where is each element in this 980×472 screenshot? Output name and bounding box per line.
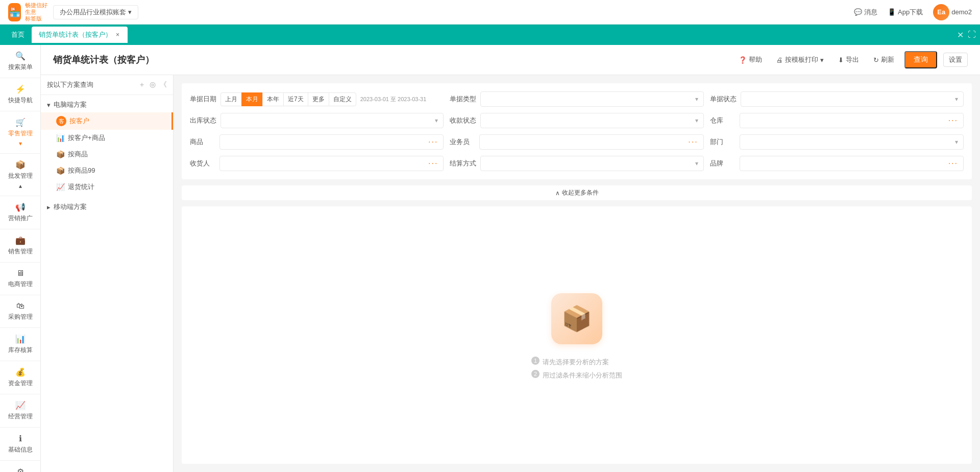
brand-control[interactable]: ··· bbox=[740, 156, 964, 171]
filter-salesperson: 业务员 ··· bbox=[450, 134, 703, 150]
industry-selector[interactable]: 办公用品行业模拟账套 ▾ bbox=[53, 5, 138, 19]
date-tab-this-month[interactable]: 本月 bbox=[241, 92, 262, 106]
sidebar-item-wholesale[interactable]: 📦 批发管理 ▴ bbox=[0, 154, 40, 196]
search-icon: 🔍 bbox=[15, 51, 26, 61]
tree-child-return[interactable]: 📈 退货统计 bbox=[41, 179, 173, 195]
sidebar-item-quicknav[interactable]: ⚡ 快捷导航 bbox=[0, 78, 40, 111]
chevron-down-icon: ▾ bbox=[128, 8, 132, 16]
collapse-panel-button[interactable]: 《 bbox=[160, 80, 167, 89]
logo-icon: 🏪 bbox=[8, 3, 21, 21]
empty-tip-2: 2 用过滤条件来缩小分析范围 bbox=[531, 369, 622, 382]
tree-child-goods[interactable]: 📦 按商品 bbox=[41, 146, 173, 162]
date-tab-more[interactable]: 更多 bbox=[308, 92, 329, 106]
stock-out-control[interactable]: ▾ bbox=[220, 113, 444, 128]
tree-mobile-parent[interactable]: ▸ 移动端方案 bbox=[41, 199, 173, 215]
chevron-up-icon: ▴ bbox=[19, 182, 22, 190]
salesperson-control[interactable]: ··· bbox=[479, 134, 703, 150]
query-button[interactable]: 查询 bbox=[904, 51, 937, 68]
export-button[interactable]: ⬇ 导出 bbox=[834, 53, 863, 66]
app-download-button[interactable]: 📱 App下载 bbox=[888, 8, 923, 17]
date-tab-this-year[interactable]: 本年 bbox=[262, 92, 283, 106]
help-button[interactable]: ❓ 帮助 bbox=[734, 53, 766, 66]
empty-tips: 1 请先选择要分析的方案 2 用过滤条件来缩小分析范围 bbox=[531, 356, 622, 382]
expand-icon: ▾ bbox=[47, 101, 51, 109]
sidebar-item-inventory[interactable]: 📊 库存核算 bbox=[0, 328, 40, 361]
tab-close-button[interactable]: × bbox=[115, 30, 120, 39]
edit-scheme-button[interactable]: ◎ bbox=[150, 80, 156, 89]
tab-bar-actions: ✕ ⛶ bbox=[957, 30, 976, 40]
chevron-down-icon: ▾ bbox=[955, 96, 958, 103]
finance-icon: 💰 bbox=[15, 367, 26, 377]
panel-header: 按以下方案查询 ＋ ◎ 《 bbox=[41, 75, 173, 95]
goods-control[interactable]: ··· bbox=[219, 134, 444, 150]
top-bar: 🏪 畅捷信好生意 标签版 办公用品行业模拟账套 ▾ 💬 消息 📱 App下载 E… bbox=[0, 0, 980, 25]
sidebar-item-operations[interactable]: 📈 经营管理 bbox=[0, 394, 40, 428]
settlement-control[interactable]: ▾ bbox=[480, 156, 703, 171]
ecommerce-icon: 🖥 bbox=[16, 269, 24, 278]
date-tab-last-month[interactable]: 上月 bbox=[220, 92, 241, 106]
maximize-button[interactable]: ⛶ bbox=[968, 30, 976, 39]
date-range: 2023-03-01 至 2023-03-31 bbox=[360, 96, 427, 103]
page-actions: ❓ 帮助 🖨 按模板打印 ▾ ⬇ 导出 ↻ 刷新 bbox=[734, 51, 968, 68]
message-button[interactable]: 💬 消息 bbox=[854, 8, 877, 17]
help-icon: ❓ bbox=[739, 56, 747, 64]
chevron-icon: ▾ bbox=[19, 140, 22, 147]
return-icon: 📈 bbox=[56, 183, 65, 191]
department-control[interactable]: ▾ bbox=[740, 134, 964, 150]
sidebar-item-retail[interactable]: 🛒 零售管理 ▾ bbox=[0, 111, 40, 154]
payment-control[interactable]: ▾ bbox=[480, 113, 703, 128]
warehouse-control[interactable]: ··· bbox=[740, 113, 964, 128]
filter-warehouse: 仓库 ··· bbox=[710, 113, 964, 128]
tab-active[interactable]: 销货单统计表（按客户） × bbox=[32, 27, 128, 43]
sidebar: 🔍 搜索菜单 ⚡ 快捷导航 🛒 零售管理 ▾ 📦 批发管理 ▴ 📢 营销推广 bbox=[0, 45, 41, 472]
date-tab-custom[interactable]: 自定义 bbox=[329, 92, 356, 106]
sidebar-item-purchase[interactable]: 🛍 采购管理 bbox=[0, 295, 40, 328]
filter-brand: 品牌 ··· bbox=[710, 156, 964, 171]
receiver-control[interactable]: ··· bbox=[219, 156, 444, 171]
doc-status-control[interactable]: ▾ bbox=[741, 91, 964, 107]
filter-receiver: 收货人 ··· bbox=[190, 156, 444, 171]
avatar: Ea bbox=[933, 4, 949, 20]
print-icon: 🖨 bbox=[776, 56, 783, 64]
filter-area: 单据日期 上月 本月 本年 近7天 更多 自定义 bbox=[182, 83, 972, 179]
tree-child-goods99[interactable]: 📦 按商品99 bbox=[41, 162, 173, 179]
sidebar-item-basic[interactable]: ℹ 基础信息 bbox=[0, 428, 40, 461]
tab-bar: 首页 销货单统计表（按客户） × ✕ ⛶ bbox=[0, 25, 980, 45]
tree-desktop-parent[interactable]: ▾ 电脑端方案 bbox=[41, 97, 173, 112]
left-panel: 按以下方案查询 ＋ ◎ 《 ▾ 电脑端方案 客 bbox=[41, 75, 174, 472]
tree-mobile-group: ▸ 移动端方案 bbox=[41, 197, 173, 217]
minimize-button[interactable]: ✕ bbox=[957, 30, 964, 40]
filter-stock-out: 出库状态 ▾ bbox=[190, 113, 444, 128]
inner-layout: 按以下方案查询 ＋ ◎ 《 ▾ 电脑端方案 客 bbox=[41, 75, 980, 472]
user-menu[interactable]: Ea demo2 bbox=[933, 4, 972, 20]
chevron-down-icon: ▾ bbox=[435, 117, 438, 124]
customer-avatar: 客 bbox=[56, 116, 66, 126]
template-print-button[interactable]: 🖨 按模板打印 ▾ bbox=[772, 53, 828, 66]
add-scheme-button[interactable]: ＋ bbox=[138, 80, 145, 89]
sales-icon: 💼 bbox=[15, 235, 26, 245]
filter-doc-type: 单据类型 ▾ bbox=[450, 91, 703, 107]
basic-icon: ℹ bbox=[19, 434, 22, 443]
date-label: 单据日期 bbox=[190, 95, 216, 104]
tree-child-customer-goods[interactable]: 📊 按客户+商品 bbox=[41, 130, 173, 146]
doc-type-control[interactable]: ▾ bbox=[480, 91, 703, 107]
empty-tip-1: 1 请先选择要分析的方案 bbox=[531, 356, 622, 369]
sidebar-item-search[interactable]: 🔍 搜索菜单 bbox=[0, 45, 40, 78]
inventory-icon: 📊 bbox=[15, 334, 26, 344]
sidebar-item-ecommerce[interactable]: 🖥 电商管理 bbox=[0, 263, 40, 295]
sidebar-item-marketing[interactable]: 📢 营销推广 bbox=[0, 196, 40, 229]
collapse-bar[interactable]: ∧ 收起更多条件 bbox=[182, 185, 972, 200]
sidebar-item-finance[interactable]: 💰 资金管理 bbox=[0, 361, 40, 394]
main-content: 🔍 搜索菜单 ⚡ 快捷导航 🛒 零售管理 ▾ 📦 批发管理 ▴ 📢 营销推广 bbox=[0, 45, 980, 472]
settings-button[interactable]: 设置 bbox=[943, 53, 968, 67]
chevron-down-icon: ▾ bbox=[820, 56, 824, 64]
tab-home[interactable]: 首页 bbox=[4, 27, 32, 43]
tree-child-customer[interactable]: 客 按客户 bbox=[41, 112, 173, 130]
sidebar-item-sales[interactable]: 💼 销售管理 bbox=[0, 229, 40, 263]
filter-date: 单据日期 上月 本月 本年 近7天 更多 自定义 bbox=[190, 91, 444, 107]
date-tab-7days[interactable]: 近7天 bbox=[283, 92, 308, 106]
empty-state: 1 请先选择要分析的方案 2 用过滤条件来缩小分析范围 bbox=[182, 206, 972, 464]
refresh-button[interactable]: ↻ 刷新 bbox=[869, 53, 898, 66]
sidebar-item-system[interactable]: ⚙ 系统管理 bbox=[0, 461, 40, 472]
payment-label: 收款状态 bbox=[450, 116, 476, 125]
